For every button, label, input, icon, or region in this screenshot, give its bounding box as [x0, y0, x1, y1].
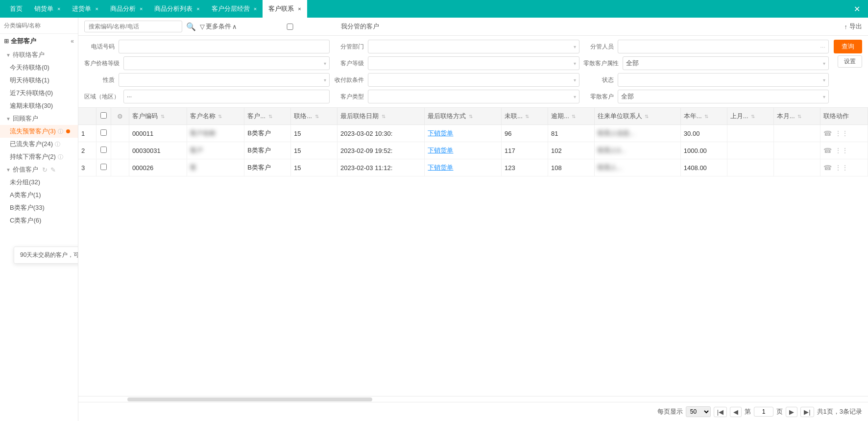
- last-page-button[interactable]: ▶|: [800, 407, 814, 417]
- payment-select[interactable]: ▾: [368, 73, 579, 87]
- row-checkbox[interactable]: [100, 147, 107, 153]
- col-name[interactable]: 客户名称 ⇅: [187, 108, 244, 125]
- content-area: 🔍 ▽ 更多条件 ∧ 我分管的客户 ↑ 导出: [78, 18, 868, 421]
- export-button[interactable]: ↑ 导出: [844, 22, 863, 31]
- phone-input[interactable]: [119, 40, 330, 53]
- phone-action-icon[interactable]: ☎: [823, 164, 832, 172]
- more-conditions-button[interactable]: ▽ 更多条件 ∧: [200, 22, 237, 31]
- page-number-input[interactable]: [754, 407, 773, 417]
- col-type[interactable]: 客户... ⇅: [244, 108, 291, 125]
- sidebar-section-value[interactable]: ▼ 价值客户 ↻ ✎: [0, 163, 78, 176]
- filter-settings-button[interactable]: 设置: [838, 55, 862, 68]
- advanced-filter-panel: 电话号码 分管部门 ▾ 分管人员: [78, 36, 868, 108]
- row-checkbox[interactable]: [100, 129, 107, 136]
- col-last-method[interactable]: 最后联络方式 ⇅: [425, 108, 502, 125]
- sidebar-section-review[interactable]: ▼ 回顾客户: [0, 112, 78, 125]
- sidebar-search-input[interactable]: [4, 22, 77, 29]
- row-checkbox-cell[interactable]: [96, 159, 111, 176]
- row-checkbox-cell[interactable]: [96, 125, 111, 142]
- col-contact[interactable]: 联络... ⇅: [291, 108, 338, 125]
- col-unit-contact[interactable]: 往来单位联系人 ⇅: [594, 108, 680, 125]
- page-size-label: 每页显示: [657, 407, 683, 416]
- prev-page-button[interactable]: ◀: [730, 407, 742, 417]
- phone-action-icon[interactable]: ☎: [823, 129, 832, 137]
- tab-product-analysis[interactable]: 商品分析 ×: [104, 0, 148, 18]
- collapse-icon[interactable]: «: [71, 38, 74, 45]
- tab-purchase-order[interactable]: 进货单 ×: [66, 0, 104, 18]
- sidebar-item-class-b[interactable]: B类客户(33): [0, 201, 78, 214]
- sidebar-section-pending[interactable]: ▼ 待联络客户: [0, 49, 78, 61]
- first-page-button[interactable]: |◀: [714, 407, 727, 417]
- col-last-date[interactable]: 最后联络日期 ⇅: [338, 108, 425, 125]
- scroll-thumb[interactable]: [127, 397, 372, 401]
- sidebar-item-unassigned[interactable]: 未分组(32): [0, 176, 78, 189]
- more-action-icon[interactable]: ⋮⋮: [835, 129, 848, 137]
- refresh-icon[interactable]: ↻: [42, 166, 48, 173]
- select-all-checkbox[interactable]: [100, 112, 107, 119]
- sidebar-item-7days[interactable]: 近7天待联络(0): [0, 87, 78, 99]
- zero-customer-select[interactable]: 全部 ▾: [618, 90, 829, 103]
- all-customers-header[interactable]: ⊞ 全部客户 «: [0, 34, 78, 49]
- tab-customer-tier[interactable]: 客户分层经营 ×: [206, 0, 263, 18]
- level-select[interactable]: ▾: [368, 56, 579, 70]
- page-size-select[interactable]: 50 100 200: [686, 406, 711, 417]
- row-checkbox[interactable]: [100, 164, 107, 170]
- tab-sales-order[interactable]: 销货单 ×: [28, 0, 66, 18]
- col-code[interactable]: 客户编码 ⇅: [129, 108, 187, 125]
- col-overdue[interactable]: 逾期... ⇅: [548, 108, 594, 125]
- row-checkbox-cell[interactable]: [96, 142, 111, 159]
- chevron-down-icon: ▾: [574, 61, 576, 66]
- close-icon[interactable]: ×: [95, 0, 98, 18]
- row-no-contact: 123: [501, 159, 548, 176]
- col-this-month[interactable]: 本月... ⇅: [773, 108, 820, 125]
- my-customers-checkbox-label[interactable]: 我分管的客户: [241, 22, 379, 31]
- zero-attr-select[interactable]: 全部 ▾: [623, 56, 829, 70]
- close-icon[interactable]: ×: [254, 0, 257, 18]
- col-last-month[interactable]: 上月... ⇅: [727, 108, 773, 125]
- row-last-method[interactable]: 下销货单: [425, 142, 502, 159]
- sidebar-item-class-a[interactable]: A类客户(1): [0, 189, 78, 201]
- nature-select[interactable]: ▾: [119, 73, 330, 87]
- col-this-year[interactable]: 本年... ⇅: [680, 108, 727, 125]
- price-level-select[interactable]: ▾: [123, 56, 330, 70]
- manager-select[interactable]: ···: [618, 40, 829, 53]
- horizontal-scrollbar[interactable]: [78, 396, 868, 402]
- my-customers-checkbox[interactable]: [241, 24, 339, 30]
- sidebar-item-today[interactable]: 今天待联络(0): [0, 61, 78, 74]
- next-page-button[interactable]: ▶: [786, 407, 797, 417]
- home-tab[interactable]: 首页: [4, 0, 28, 18]
- more-action-icon[interactable]: ⋮⋮: [835, 164, 848, 172]
- close-icon[interactable]: ×: [57, 0, 60, 18]
- filter-department: 分管部门 ▾: [334, 40, 579, 53]
- sidebar-item-overdue[interactable]: 逾期未联络(30): [0, 99, 78, 112]
- edit-icon[interactable]: ✎: [50, 166, 56, 173]
- close-icon[interactable]: ×: [140, 0, 143, 18]
- filter-region: 区域（地区） ···: [84, 90, 330, 103]
- sidebar-item-class-c[interactable]: C类客户(6): [0, 214, 78, 227]
- table-row: 1 000011 客户名称 B类客户 15 2023-03-02 10:30: …: [78, 125, 868, 142]
- department-select[interactable]: ▾: [368, 40, 579, 53]
- col-gear[interactable]: ⚙: [111, 108, 129, 125]
- sidebar-item-churn-warning[interactable]: 流失预警客户(3) ⓘ: [0, 125, 78, 138]
- row-last-method[interactable]: 下销货单: [425, 159, 502, 176]
- close-icon[interactable]: ×: [196, 0, 199, 18]
- more-action-icon[interactable]: ⋮⋮: [835, 147, 848, 154]
- search-input[interactable]: [84, 21, 182, 32]
- status-select[interactable]: ▾: [618, 73, 829, 87]
- region-button[interactable]: ···: [123, 90, 330, 103]
- search-button[interactable]: 🔍: [186, 22, 196, 31]
- tab-product-analysis-list[interactable]: 商品分析列表 ×: [148, 0, 205, 18]
- row-index: 1: [78, 125, 96, 142]
- close-icon[interactable]: ×: [298, 0, 301, 18]
- query-button[interactable]: 查询: [834, 40, 862, 53]
- tab-customer-contact[interactable]: 客户联系 ×: [263, 0, 307, 18]
- sidebar-item-declining[interactable]: 持续下滑客户(2) ⓘ: [0, 150, 78, 163]
- chevron-down-icon: ▾: [574, 44, 576, 50]
- row-last-method[interactable]: 下销货单: [425, 125, 502, 142]
- sidebar-item-already-churned[interactable]: 已流失客户(24) ⓘ: [0, 138, 78, 150]
- col-no-contact[interactable]: 未联... ⇅: [501, 108, 548, 125]
- window-close-button[interactable]: ✕: [850, 4, 864, 14]
- customer-type-select[interactable]: ▾: [368, 90, 579, 103]
- sidebar-item-tomorrow[interactable]: 明天待联络(1): [0, 74, 78, 87]
- phone-action-icon[interactable]: ☎: [823, 147, 832, 154]
